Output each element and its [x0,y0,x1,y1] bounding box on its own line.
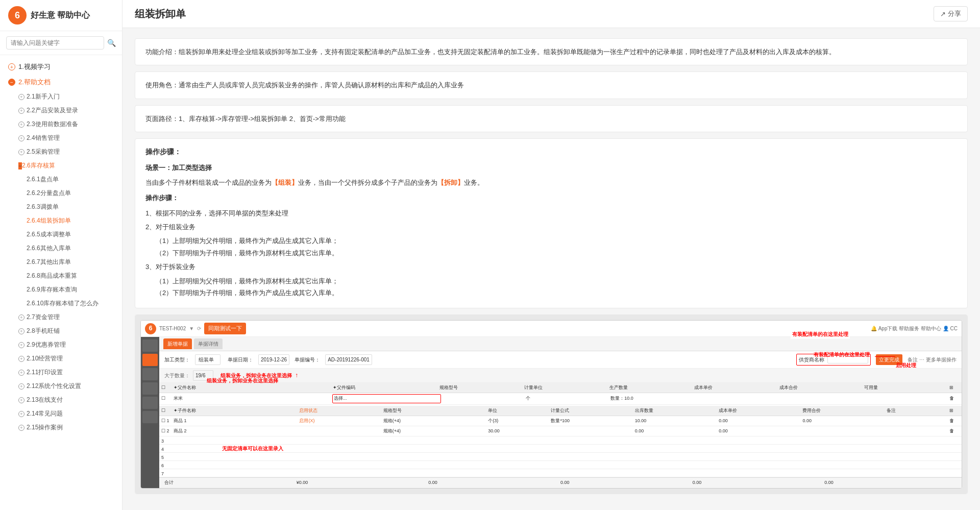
ltd-unit-1: 个(3) [488,417,551,425]
footer-amount-total: 0.00 [693,479,825,487]
footer-total-1: ¥0.00 [297,479,429,487]
mock-tab-detail: 单据详情 [194,338,223,349]
mock-nav-icon-3 [142,368,158,380]
sidebar-item-inventory-count[interactable]: 2.6.1盘点单 [27,173,122,186]
sidebar-item-mobile[interactable]: + 2.8手机旺铺 [18,324,122,338]
search-input[interactable] [6,36,104,50]
sidebar-item-assembly[interactable]: 2.6.4组装拆卸单 [27,214,122,228]
role-card: 使用角色：通常由生产人员或库管人员完成拆装业务的操作，库管人员确认原材料的出库和… [135,71,968,99]
expand-icon-print: + [18,370,24,376]
ltd-action-2: 🗑 [949,427,960,435]
lth-action: ⊞ [949,407,960,415]
mock-nav-icon-5 [142,397,158,409]
ltd-action-1: 🗑 [949,417,960,425]
expand-icon-custom: + [18,383,24,390]
mock-upper-row-1: ☐ 米米 选择... 个 数量：10.0 🗑 [159,393,962,404]
sidebar-item-custom[interactable]: + 2.12系统个性化设置 [18,379,122,393]
sidebar-item-install[interactable]: + 2.2产品安装及登录 [18,104,122,117]
sidebar-item-other-in[interactable]: 2.6.6其他入库单 [27,241,122,255]
ltd-cost-1: 0.00 [719,417,802,425]
mock-tab-new: 新增单据 [163,338,192,349]
expand-icon-purchase: + [18,149,24,155]
mock-nav-icon-1 [142,339,158,352]
sidebar-item-new-user[interactable]: + 2.1新手入门 [18,90,122,104]
sidebar-item-purchase[interactable]: + 2.5采购管理 [18,145,122,159]
th-qty: 计量单位 [524,384,609,392]
th-spec: 规格型号 [439,384,525,392]
expand-icon-faq: + [18,411,24,417]
sidebar-label-sales: 2.4销售管理 [27,134,60,142]
ltd-cost-2: 0.00 [719,427,802,435]
path-text: 页面路径：1、库存核算->库存管理->组装拆卸单 2、首页->常用功能 [145,113,957,125]
logo-icon: 6 [8,6,27,25]
mock-form-date: 2019-12-26 [258,354,289,365]
ltd-qty2-2: 0.00 [635,427,719,435]
sidebar-label-docs: 2.帮助文档 [18,78,51,87]
sidebar-item-cases[interactable]: + 2.15操作案例 [18,421,122,434]
main-area: 组装拆卸单 ↗ 分享 功能介绍：组装拆卸单用来处理企业组装或拆卸等加工业务，支持… [122,0,980,510]
mock-orange-btn: 同期测试一下 [204,323,246,334]
td-goods-1: 米米 [174,395,332,402]
page-title: 组装拆卸单 [135,7,186,21]
sidebar-item-ops[interactable]: + 2.10经营管理 [18,352,122,366]
content-area: 功能介绍：组装拆卸单用来处理企业组装或拆卸等加工业务，支持有固定装配清单的产品加… [122,28,980,510]
nav-inventory-children: 2.6.1盘点单 2.6.2分量盘点单 2.6.3调拨单 2.6.4组装拆卸单 … [18,173,122,310]
sidebar-item-online-pay[interactable]: + 2.13在线支付 [18,393,122,407]
expand-icon-finance: + [18,314,24,321]
expand-icon-online-pay: + [18,397,24,403]
sidebar-item-goods-cost[interactable]: 2.6.8商品成本重算 [27,269,122,283]
td-check-1: ☐ [161,395,174,402]
sidebar-label-install: 2.2产品安装及登录 [27,106,78,115]
sidebar-item-inventory[interactable]: − 2.6库存核算 [18,159,122,173]
td-action-1: 🗑 [949,395,960,402]
screenshot-annotation-4: 无固定清单可以在这里录入 [222,444,283,453]
sidebar-item-stock-error[interactable]: 2.6.10库存账本错了怎么办 [27,297,122,310]
ltd-goods-1: 商品 1 [174,417,299,425]
logo-bar: 6 好生意 帮助中心 [0,0,122,31]
sidebar-item-data-prep[interactable]: + 2.3使用前数据准备 [18,117,122,131]
screenshot-annotation-2: 组装业务，拆卸业务在这里选择 [207,376,278,385]
share-button[interactable]: ↗ 分享 [934,6,968,21]
mock-window: 6 TEST-H002 ▼ ⟳ 同期测试一下 🔔 App下载 帮助服务 帮助中心… [140,320,962,488]
sidebar-item-distribution-count[interactable]: 2.6.2分量盘点单 [27,186,122,200]
footer-cost-total: 0.00 [560,479,693,487]
nav-section-videos: + 1.视频学习 [0,59,122,75]
nav-sub-items-docs: + 2.1新手入门 + 2.2产品安装及登录 + 2.3使用前数据准备 + 2.… [0,90,122,434]
sidebar-item-docs[interactable]: − 2.帮助文档 [0,75,122,90]
sidebar-item-transfer[interactable]: 2.6.3调拨单 [27,200,122,214]
sidebar-label-cases: 2.15操作案例 [27,423,63,432]
sidebar-item-faq[interactable]: + 2.14常见问题 [18,407,122,421]
sidebar-label-print: 2.11打印设置 [27,368,63,377]
mock-lower-row-6: 6 [159,461,962,469]
mock-nav-icon-2-active [142,354,158,366]
sidebar-item-stock-check[interactable]: 2.6.9库存账本查询 [27,283,122,297]
collapse-icon-docs: − [8,79,15,86]
mock-form-header: 加工类型： 组装单 单据日期： 2019-12-26 单据编号： AD-2019… [159,351,962,369]
th-total: 成本合价 [779,384,865,392]
expand-icon-videos: + [8,63,15,70]
footer-note: 0.00 [824,479,957,487]
role-text: 使用角色：通常由生产人员或库管人员完成拆装业务的操作，库管人员确认原材料的出库和… [145,79,957,91]
scene1-steps-title: 操作步骤： [145,192,957,204]
screenshot-annotation-1: 有装配清单的在这里处理 [791,329,850,339]
sidebar-item-finance[interactable]: + 2.7资金管理 [18,310,122,324]
mock-form-type-field: 组装单 [195,354,220,365]
lth-memo: 备注 [887,407,949,415]
sidebar-item-print[interactable]: + 2.11打印设置 [18,366,122,379]
sidebar-item-sales[interactable]: + 2.4销售管理 [18,131,122,145]
nav-tree: + 1.视频学习 − 2.帮助文档 + 2.1新手入门 + 2.2产品安装及登录 [0,55,122,510]
lth-cost: 成本单价 [719,407,802,415]
sidebar-item-coupon[interactable]: + 2.9优惠券管理 [18,338,122,352]
mock-nav-icon-6 [142,411,158,423]
mock-type-selector-row: 大于数量： 19/6 组装业务，拆卸业务在这里选择 ↑ [159,369,962,383]
search-icon[interactable]: 🔍 [107,39,116,47]
screenshot-annotation-3: 启用处理 [896,361,916,370]
sidebar-item-cost-adjust[interactable]: 2.6.5成本调整单 [27,228,122,241]
sidebar-item-other-out[interactable]: 2.6.7其他出库单 [27,255,122,269]
arrow-up-icon: ↑ [295,370,298,380]
collapse-icon-inventory: − [18,162,22,169]
sidebar-item-videos[interactable]: + 1.视频学习 [0,59,122,75]
mock-lower-row-5: 5 [159,453,962,461]
search-bar: 🔍 [0,31,122,55]
steps-card: 操作步骤： 场景一：加工类型选择 当由多个子件材料组装成一个成品的业务为【组装】… [135,138,968,308]
